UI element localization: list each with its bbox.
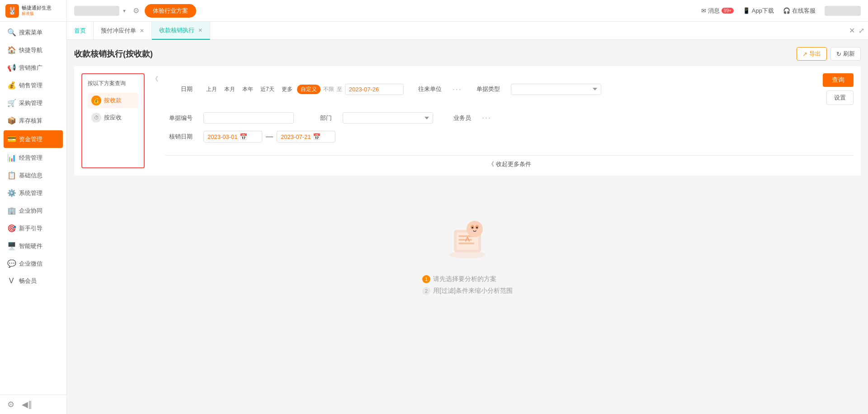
filter-collapse-icon[interactable]: 《 xyxy=(152,75,158,83)
bill-type-select[interactable] xyxy=(511,84,601,95)
verify-date-end-calendar-icon[interactable]: 📅 xyxy=(313,133,321,140)
tab-home-label: 首页 xyxy=(74,27,86,35)
sidebar-item-purchase[interactable]: 🛒采购管理 xyxy=(0,94,66,112)
member-icon: V xyxy=(7,277,15,285)
staff-label: 业务员 xyxy=(444,114,471,122)
app-download-button[interactable]: 📱 App下载 xyxy=(743,7,774,15)
industry-solution-button[interactable]: 体验行业方案 xyxy=(145,4,196,18)
topbar-gear-icon[interactable]: ⚙ xyxy=(133,6,139,15)
member-label: 畅会员 xyxy=(19,277,37,285)
topbar-brand: ▾ ⚙ xyxy=(74,6,139,16)
filter-option-by-receivable[interactable]: ⏱ 按应收 xyxy=(88,110,138,125)
staff-dots[interactable]: ··· xyxy=(482,113,491,123)
svg-rect-4 xyxy=(458,239,472,241)
brand-sub: 标准版 xyxy=(22,11,52,17)
empty-state: 1 请先选择要分析的方案 2 用[过滤]条件来缩小分析范围 xyxy=(74,176,861,313)
enterprise-icon: 🏢 xyxy=(7,206,15,215)
page-header: 收款核销执行(按收款) ↗ 导出 ↻ 刷新 xyxy=(74,47,861,61)
sidebar-item-search-menu[interactable]: 🔍搜索菜单 xyxy=(0,24,66,41)
dept-select[interactable] xyxy=(343,112,433,124)
sidebar-item-system[interactable]: ⚙️系统管理 xyxy=(0,184,66,202)
date-btn-7days[interactable]: 近7天 xyxy=(258,85,277,94)
empty-tip-2-text: 用[过滤]条件来缩小分析范围 xyxy=(433,287,513,295)
basic-icon: 📋 xyxy=(7,171,15,180)
settings-bottom-icon[interactable]: ⚙ xyxy=(7,400,14,409)
empty-tip-2: 2 用[过滤]条件来缩小分析范围 xyxy=(422,287,513,295)
sidebar-item-quick-nav[interactable]: 🏠快捷导航 xyxy=(0,41,66,59)
workspace-dropdown-icon[interactable]: ▾ xyxy=(123,8,126,14)
date-label: 日期 xyxy=(165,85,193,93)
guide-icon: 🎯 xyxy=(7,224,15,233)
svg-point-6 xyxy=(467,221,483,237)
operations-label: 经营管理 xyxy=(19,154,42,162)
verify-date-start-field[interactable]: 2023-03-01 📅 xyxy=(203,131,262,143)
tab-expand-icon[interactable]: ⤢ xyxy=(859,26,864,35)
user-info xyxy=(825,6,861,16)
sidebar-item-hardware[interactable]: 🖥️智能硬件 xyxy=(0,237,66,255)
service-icon: 🎧 xyxy=(783,7,790,14)
sidebar-item-marketing[interactable]: 📢营销推广 xyxy=(0,59,66,76)
sales-label: 销售管理 xyxy=(19,81,42,90)
svg-point-10 xyxy=(476,227,478,228)
sidebar-item-operations[interactable]: 📊经营管理 xyxy=(0,149,66,167)
sidebar-item-enterprise[interactable]: 🏢企业协同 xyxy=(0,202,66,219)
message-button[interactable]: ✉ 消息 99+ xyxy=(701,7,734,15)
collapse-sidebar-icon[interactable]: ◀‖ xyxy=(22,400,32,409)
page-title: 收款核销执行(按收款) xyxy=(74,48,153,59)
date-btn-more[interactable]: 更多 xyxy=(279,85,295,94)
query-button[interactable]: 查询 xyxy=(823,73,854,87)
bill-no-input[interactable] xyxy=(203,112,294,124)
date-no-limit-label: 不限 xyxy=(323,86,334,93)
enterprise-label: 企业协同 xyxy=(19,207,42,215)
filter-option-by-receipt[interactable]: 💰 按收款 xyxy=(88,93,138,108)
verify-date-start-calendar-icon[interactable]: 📅 xyxy=(240,133,247,140)
setting-button[interactable]: 设置 xyxy=(826,90,854,105)
search-menu-icon: 🔍 xyxy=(7,28,15,37)
sidebar-item-sales[interactable]: 💰销售管理 xyxy=(0,76,66,94)
date-btn-this-month[interactable]: 本月 xyxy=(222,85,238,94)
svg-point-9 xyxy=(472,227,473,228)
brand-name: 畅捷通好生意 xyxy=(22,5,52,11)
verify-date-range: 2023-03-01 📅 — 2023-07-21 📅 xyxy=(203,131,335,143)
tip-num-1: 1 xyxy=(422,275,430,283)
verify-date-end-field[interactable]: 2023-07-21 📅 xyxy=(277,131,335,143)
sidebar-item-basic[interactable]: 📋基础信息 xyxy=(0,167,66,184)
refresh-icon: ↻ xyxy=(836,51,841,57)
tip-num-2: 2 xyxy=(422,287,430,295)
marketing-icon: 📢 xyxy=(7,63,15,72)
tab-prepay[interactable]: 预付冲应付单 ✕ xyxy=(94,22,152,40)
tab-collection-close-icon[interactable]: ✕ xyxy=(198,27,203,33)
refresh-button[interactable]: ↻ 刷新 xyxy=(830,47,861,61)
service-button[interactable]: 🎧 在线客服 xyxy=(783,7,816,15)
sidebar-item-finance[interactable]: 💳资金管理 xyxy=(4,130,63,148)
sidebar-item-inventory[interactable]: 📦库存核算 xyxy=(0,112,66,129)
date-btn-last-month[interactable]: 上月 xyxy=(203,85,220,94)
collapse-more-icon: 《 xyxy=(488,160,494,168)
empty-tip-1-text: 请先选择要分析的方案 xyxy=(433,275,496,283)
brand-text: 畅捷通好生意 标准版 xyxy=(22,5,52,17)
dept-label: 部门 xyxy=(305,114,332,122)
collapse-more-label: 收起更多条件 xyxy=(496,160,531,168)
tab-collection[interactable]: 收款核销执行 ✕ xyxy=(152,22,210,40)
sidebar-item-guide[interactable]: 🎯新手引导 xyxy=(0,219,66,237)
filter-option-receivable-label: 按应收 xyxy=(104,114,122,122)
hardware-icon: 🖥️ xyxy=(7,242,15,250)
sidebar-item-member[interactable]: V畅会员 xyxy=(0,272,66,290)
counterparty-label: 往来单位 xyxy=(415,85,442,93)
export-button[interactable]: ↗ 导出 xyxy=(797,47,827,61)
tab-prepay-close-icon[interactable]: ✕ xyxy=(140,28,144,34)
marketing-label: 营销推广 xyxy=(19,64,42,72)
export-label: 导出 xyxy=(809,50,821,58)
date-end-field[interactable]: 2023-07-26 xyxy=(345,84,404,95)
date-btn-this-year[interactable]: 本年 xyxy=(240,85,256,94)
date-btn-custom[interactable]: 自定义 xyxy=(297,85,321,94)
sidebar-item-wechat[interactable]: 💬企业微信 xyxy=(0,255,66,272)
tab-home[interactable]: 首页 xyxy=(67,22,94,40)
collapse-more-button[interactable]: 《 收起更多条件 xyxy=(165,155,854,168)
counterparty-dots[interactable]: ··· xyxy=(453,85,462,94)
service-label: 在线客服 xyxy=(792,7,816,15)
tab-close-all-icon[interactable]: ✕ xyxy=(849,26,855,35)
verify-date-start-value: 2023-03-01 xyxy=(208,133,238,140)
main-content: 收款核销执行(按收款) ↗ 导出 ↻ 刷新 按以下方案查询 💰 按收款 ⏱ 按应… xyxy=(67,40,868,414)
tab-collection-label: 收款核销执行 xyxy=(159,26,194,34)
